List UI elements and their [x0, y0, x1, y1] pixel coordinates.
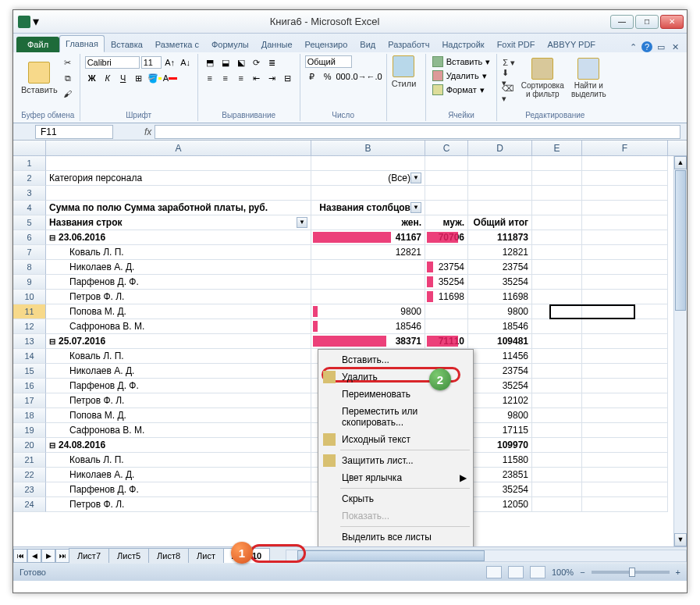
cell[interactable]: [532, 438, 582, 453]
row-header[interactable]: 12: [13, 319, 46, 334]
cell[interactable]: [582, 438, 668, 453]
window-restore-icon[interactable]: ▭: [656, 41, 666, 52]
name-box[interactable]: F11: [35, 125, 113, 139]
cell[interactable]: [532, 349, 582, 364]
number-format-select[interactable]: Общий: [305, 55, 352, 68]
cell[interactable]: 18546: [468, 319, 532, 334]
percent-icon[interactable]: %: [321, 69, 335, 84]
font-size-select[interactable]: 11: [141, 56, 162, 69]
cell[interactable]: [532, 260, 582, 275]
cell[interactable]: Категория персонала: [46, 171, 311, 186]
cell[interactable]: Николаев А. Д.: [46, 468, 311, 482]
ribbon-tab-view[interactable]: Вид: [354, 36, 382, 52]
cell[interactable]: [532, 468, 582, 482]
cell[interactable]: [532, 275, 582, 290]
sheet-nav-last-icon[interactable]: ⏭: [55, 549, 69, 563]
context-menu-item[interactable]: Цвет ярлычка▶: [320, 469, 471, 486]
cell[interactable]: муж.: [425, 215, 468, 230]
qat-dropdown-icon[interactable]: ▾: [33, 14, 41, 29]
cell[interactable]: [582, 290, 668, 304]
row-header[interactable]: 16: [13, 379, 46, 393]
cell[interactable]: [582, 379, 668, 393]
cell[interactable]: [532, 319, 582, 334]
row-header[interactable]: 5: [13, 215, 46, 230]
row-header[interactable]: 19: [13, 423, 46, 438]
cell[interactable]: [46, 186, 311, 201]
cell[interactable]: [532, 171, 582, 186]
row-header[interactable]: 24: [13, 497, 46, 512]
cell[interactable]: 71110: [425, 334, 468, 349]
scroll-down-icon[interactable]: ▼: [674, 533, 687, 546]
cell[interactable]: 17115: [468, 423, 532, 438]
cell[interactable]: [582, 156, 668, 171]
cell[interactable]: [311, 186, 425, 201]
wrap-text-icon[interactable]: ≣: [265, 55, 279, 69]
sheet-tab[interactable]: Лист: [188, 548, 224, 563]
cell[interactable]: [532, 497, 582, 512]
cell[interactable]: Названия строк▼: [46, 215, 311, 230]
cell[interactable]: [311, 290, 425, 304]
row-header[interactable]: 22: [13, 468, 46, 482]
row-header[interactable]: 21: [13, 453, 46, 468]
cell[interactable]: Парфенов Д. Ф.: [46, 379, 311, 393]
cell[interactable]: 35254: [468, 379, 532, 393]
merge-icon[interactable]: ⊟: [281, 71, 295, 85]
formula-bar[interactable]: [155, 125, 680, 139]
cell[interactable]: Николаев А. Д.: [46, 260, 311, 275]
zoom-level[interactable]: 100%: [552, 568, 574, 577]
cell[interactable]: 109970: [468, 438, 532, 453]
sheet-tab[interactable]: Лист7: [69, 548, 109, 563]
ribbon-tab-formulas[interactable]: Формулы: [205, 36, 255, 52]
cell[interactable]: 38371: [311, 334, 425, 349]
cells-format-button[interactable]: Формат ▾: [431, 84, 492, 96]
row-header[interactable]: 4: [13, 201, 46, 215]
ribbon-tab-developer[interactable]: Разработч: [382, 36, 435, 52]
cell[interactable]: [582, 408, 668, 423]
cell[interactable]: [532, 482, 582, 497]
cell[interactable]: [582, 260, 668, 275]
cell[interactable]: 11698: [425, 290, 468, 304]
cell[interactable]: [425, 319, 468, 334]
decrease-font-icon[interactable]: A↓: [179, 55, 193, 69]
underline-button[interactable]: Ч: [116, 71, 130, 85]
font-color-button[interactable]: A: [163, 71, 177, 85]
ribbon-tab-abbyy[interactable]: ABBYY PDF: [542, 36, 602, 52]
column-header[interactable]: A: [46, 141, 311, 155]
cell[interactable]: [582, 497, 668, 512]
minimize-button[interactable]: —: [610, 15, 634, 29]
cell[interactable]: 24.08.2016: [46, 438, 311, 453]
cell[interactable]: [582, 201, 668, 215]
cell[interactable]: 23.06.2016: [46, 230, 311, 245]
cell[interactable]: [532, 423, 582, 438]
row-header[interactable]: 10: [13, 290, 46, 304]
cell[interactable]: [582, 334, 668, 349]
cell[interactable]: [582, 230, 668, 245]
cell[interactable]: Общий итог: [468, 215, 532, 230]
cell[interactable]: [532, 334, 582, 349]
border-button[interactable]: ⊞: [132, 71, 146, 85]
zoom-out-button[interactable]: −: [580, 568, 585, 577]
cell[interactable]: Коваль Л. П.: [46, 453, 311, 468]
sheet-nav-next-icon[interactable]: ▶: [41, 549, 55, 563]
row-header[interactable]: 3: [13, 186, 46, 201]
row-header[interactable]: 15: [13, 364, 46, 379]
cell[interactable]: Петров Ф. Л.: [46, 497, 311, 512]
zoom-in-button[interactable]: +: [676, 568, 680, 577]
cell[interactable]: [468, 186, 532, 201]
cell[interactable]: [582, 393, 668, 408]
cell[interactable]: Парфенов Д. Ф.: [46, 275, 311, 290]
font-family-select[interactable]: Calibri: [85, 56, 140, 69]
copy-icon[interactable]: ⧉: [61, 71, 75, 85]
comma-icon[interactable]: 000: [336, 69, 350, 84]
align-right-icon[interactable]: ≡: [234, 71, 248, 85]
cell[interactable]: [582, 468, 668, 482]
align-middle-icon[interactable]: ⬓: [219, 55, 233, 69]
cell[interactable]: [532, 230, 582, 245]
cell[interactable]: [425, 304, 468, 319]
row-header[interactable]: 13: [13, 334, 46, 349]
view-pagelayout-icon[interactable]: [508, 566, 524, 578]
cell[interactable]: 109481: [468, 334, 532, 349]
cell[interactable]: 11456: [468, 349, 532, 364]
cut-icon[interactable]: ✂: [61, 55, 75, 69]
decrease-decimal-icon[interactable]: ←.0: [368, 69, 382, 84]
